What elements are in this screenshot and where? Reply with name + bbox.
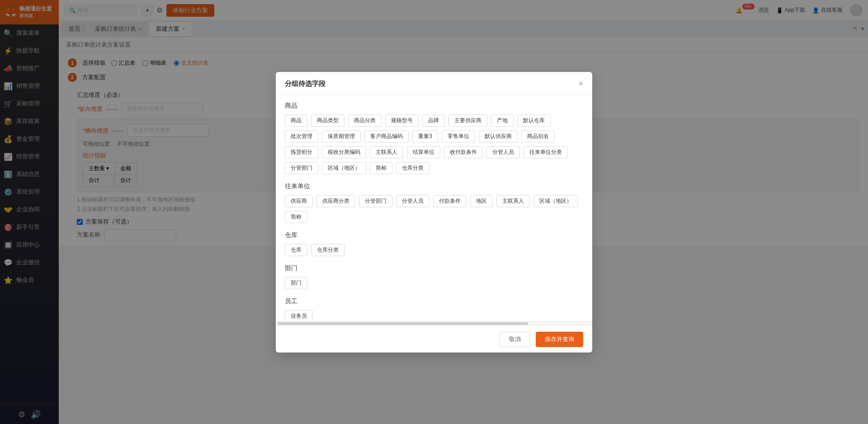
department-section: 部门 部门 [285,264,583,289]
field-chip[interactable]: 结算单位 [407,146,440,158]
field-chip[interactable]: 供应商 [285,195,313,207]
field-chip[interactable]: 仓库分类 [311,244,344,256]
department-chips: 部门 [285,277,583,289]
field-chip[interactable]: 部门 [285,277,307,289]
field-chip[interactable]: 保质期管理 [322,130,361,143]
department-section-title: 部门 [285,264,583,272]
field-chip[interactable]: 区域（地区） [533,195,578,207]
field-chip[interactable]: 简称 [285,211,307,223]
field-chip[interactable]: 零售单位 [442,130,475,143]
modal-body: 商品 商品商品类型商品分类规格型号品牌主要供应商产地默认仓库批次管理保质期管理客… [276,95,592,321]
product-section: 商品 商品商品类型商品分类规格型号品牌主要供应商产地默认仓库批次管理保质期管理客… [285,102,583,174]
field-chip[interactable]: 供应商分类 [316,195,355,207]
cancel-button[interactable]: 取消 [500,332,530,347]
field-chip[interactable]: 产地 [491,114,514,127]
field-chip[interactable]: 分管人员 [396,195,429,207]
field-chip[interactable]: 往来单位分类 [524,146,568,158]
employee-section-title: 员工 [285,297,583,305]
modal-title: 分组待选字段 [285,80,326,88]
partner-section-title: 往来单位 [285,182,583,191]
field-select-modal: 分组待选字段 × 商品 商品商品类型商品分类规格型号品牌主要供应商产地默认仓库批… [276,72,592,353]
product-section-title: 商品 [285,102,583,110]
modal-scrollbar-thumb[interactable] [278,322,528,325]
field-chip[interactable]: 付款条件 [433,195,467,207]
modal-header: 分组待选字段 × [276,72,592,95]
warehouse-chips: 仓库仓库分类 [285,244,583,256]
field-chip[interactable]: 区域（地区） [322,162,366,174]
partner-chips: 供应商供应商分类分管部门分管人员付款条件地区主联系人区域（地区）简称 [285,195,583,223]
field-chip[interactable]: 税收分类编码 [322,146,366,158]
field-chip[interactable]: 主联系人 [496,195,530,207]
field-chip[interactable]: 分管人员 [486,146,520,158]
product-chips: 商品商品类型商品分类规格型号品牌主要供应商产地默认仓库批次管理保质期管理客户商品… [285,114,583,174]
field-chip[interactable]: 商品分类 [348,114,382,127]
field-chip[interactable]: 商品类型 [311,114,344,127]
employee-section: 员工 业务员 [285,297,583,321]
field-chip[interactable]: 规格型号 [385,114,419,127]
warehouse-section: 仓库 仓库仓库分类 [285,231,583,256]
field-chip[interactable]: 品牌 [422,114,445,127]
field-chip[interactable]: 收付款条件 [444,146,483,158]
modal-scrollbar-track [276,321,592,326]
field-chip[interactable]: 仓库分类 [396,162,429,174]
modal-close-button[interactable]: × [578,79,583,89]
field-chip[interactable]: 客户商品编码 [364,130,409,143]
confirm-button[interactable]: 保存并查询 [536,332,583,347]
warehouse-section-title: 仓库 [285,231,583,239]
field-chip[interactable]: 批次管理 [285,130,318,143]
field-chip[interactable]: 业务员 [285,310,313,321]
field-chip[interactable]: 拣货积分 [285,146,318,158]
partner-section: 往来单位 供应商供应商分类分管部门分管人员付款条件地区主联系人区域（地区）简称 [285,182,583,223]
field-chip[interactable]: 主联系人 [370,146,403,158]
field-chip[interactable]: 默认仓库 [517,114,551,127]
field-chip[interactable]: 仓库 [285,244,307,256]
field-chip[interactable]: 商品 [285,114,307,127]
field-chip[interactable]: 默认供应商 [479,130,518,143]
field-chip[interactable]: 简称 [370,162,392,174]
field-chip[interactable]: 商品别名 [521,130,555,143]
employee-chips: 业务员 [285,310,583,321]
field-chip[interactable]: 地区 [470,195,493,207]
modal-footer: 取消 保存并查询 [276,326,592,353]
field-chip[interactable]: 分管部门 [285,162,318,174]
field-chip[interactable]: 分管部门 [359,195,392,207]
field-chip[interactable]: 主要供应商 [448,114,487,127]
field-chip[interactable]: 重量3 [412,130,438,143]
